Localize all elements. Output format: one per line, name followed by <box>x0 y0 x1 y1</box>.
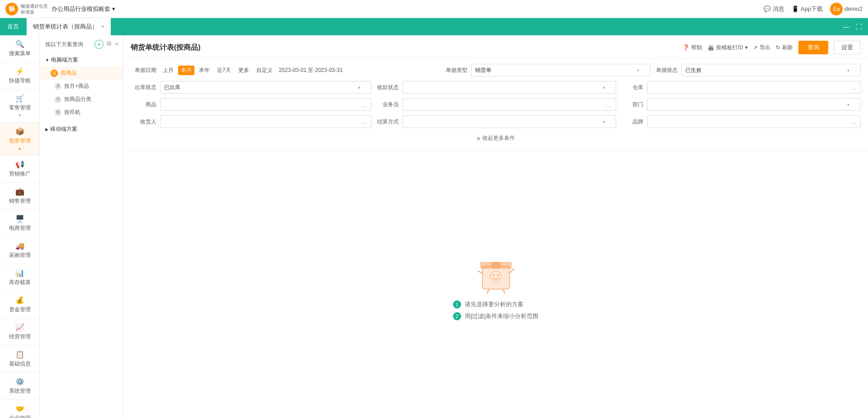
sidebar-item-sales[interactable]: 💼 销售管理 <box>0 183 39 210</box>
collapse-conditions-btn[interactable]: ∧ 收起更多条件 <box>131 132 861 145</box>
tab-active[interactable]: 销货单统计表（按商品） × <box>27 18 111 35</box>
doc-type-value: 销货单 <box>475 66 491 74</box>
custom-btn[interactable]: 自定义 <box>254 66 275 75</box>
sidebar-item-inventory[interactable]: 📊 库存核算 <box>0 264 39 291</box>
recent7-btn[interactable]: 近7天 <box>214 66 234 75</box>
date-range: 2023-03-01 至 2023-03-31 <box>279 66 343 74</box>
svg-line-7 <box>503 289 505 294</box>
app-selector[interactable]: 办公用品行业模拟账套 ▾ <box>52 5 115 13</box>
expand-icon2: ▲ <box>18 146 22 151</box>
sidebar-label-basic: 基础信息 <box>9 360 31 368</box>
help-btn[interactable]: ❓ 帮助 <box>683 44 702 52</box>
warehouse-input[interactable]: … <box>647 81 861 94</box>
doc-status-chevron: ▾ <box>847 68 849 73</box>
add-scheme-btn[interactable]: + <box>94 40 104 49</box>
minimize-icon[interactable]: — <box>841 21 852 32</box>
this-month-btn[interactable]: 本月 <box>178 66 194 75</box>
warehouse-ellipsis[interactable]: … <box>850 84 857 91</box>
sidebar-label-operations: 经营管理 <box>9 333 31 341</box>
query-btn[interactable]: 查询 <box>798 41 828 54</box>
brand-ellipsis[interactable]: … <box>850 118 857 125</box>
sidebar-label-retail: 零售管理 <box>9 104 31 112</box>
left-panel: 按以下方案查询 + ⚙ « ▼ 电脑端方案 按 按商品 月 按月 <box>40 35 123 418</box>
desktop-group-title[interactable]: ▼ 电脑端方案 <box>40 53 123 66</box>
goods-ellipsis[interactable]: … <box>361 101 368 108</box>
svg-line-8 <box>478 271 482 273</box>
filter-row-1: 单据日期 上月 本月 本年 近7天 更多 自定义 2023-03-01 至 20… <box>131 64 861 76</box>
avatar: Ea <box>830 3 843 15</box>
sidebar-label-finance: 资金管理 <box>9 306 31 314</box>
brand-input[interactable]: … <box>647 115 861 128</box>
scheme-item-driver[interactable]: 司 按司机 <box>40 106 123 119</box>
payment-select[interactable]: ▾ <box>402 81 616 94</box>
message-icon: 💬 <box>764 5 771 12</box>
salesman-ellipsis[interactable]: … <box>606 101 612 108</box>
user-profile[interactable]: Ea demo2 <box>830 3 863 15</box>
sidebar-item-purchase[interactable]: 🚚 采购管理 <box>0 237 39 264</box>
empty-step-2: 2 用[过滤]条件来缩小分析范围 <box>453 312 538 320</box>
svg-line-6 <box>487 289 489 294</box>
scheme-item-product[interactable]: 按 按商品 <box>40 66 123 80</box>
mobile-group-title[interactable]: ▶ 移动端方案 <box>40 123 123 136</box>
last-month-btn[interactable]: 上月 <box>160 66 176 75</box>
scheme-item-category[interactable]: 分 按商品分类 <box>40 93 123 106</box>
scheme-item-month-product[interactable]: 月 按月+商品 <box>40 80 123 93</box>
page-title: 销货单统计表(按商品) <box>131 43 201 52</box>
sidebar-item-ecommerce[interactable]: 🖥️ 电商管理 <box>0 210 39 237</box>
settings-btn[interactable]: 设置 <box>834 41 861 54</box>
dept-filter-group: 部门 ▾ <box>620 98 861 111</box>
chevron-down-icon: ▾ <box>112 5 115 12</box>
export-btn[interactable]: ↗ 导出 <box>753 44 770 52</box>
warehouse-label: 仓库 <box>620 84 647 91</box>
refresh-btn[interactable]: ↻ 刷新 <box>776 44 793 52</box>
sidebar-item-search[interactable]: 🔍 搜索菜单 <box>0 35 39 62</box>
page-header: 销货单统计表(按商品) ❓ 帮助 🖨️ 按模板打印 ▾ ↗ 导出 <box>123 35 868 58</box>
filter-row-4: 收货人 … 结算方式 ▾ 品牌 <box>131 115 861 128</box>
sidebar-item-basic[interactable]: 📋 基础信息 <box>0 346 39 373</box>
sidebar-item-wholesale[interactable]: 📦 批发管理 ▲ <box>0 123 39 156</box>
sidebar-item-shortcuts[interactable]: ⚡ 快捷导航 <box>0 62 39 90</box>
sidebar-item-marketing[interactable]: 📢 营销推广 <box>0 156 39 183</box>
tab-home[interactable]: 首页 <box>0 18 27 35</box>
sidebar-item-retail[interactable]: 🛒 零售管理 ▼ <box>0 90 39 123</box>
collapse-icon: ∧ <box>476 135 481 142</box>
maximize-icon[interactable]: ⛶ <box>854 21 864 32</box>
sidebar-item-enterprise[interactable]: 🤝 企业协同 <box>0 400 39 418</box>
message-btn[interactable]: 💬 消息 <box>764 5 784 13</box>
sidebar-item-operations[interactable]: 📈 经营管理 <box>0 318 39 346</box>
close-icon[interactable]: × <box>101 24 104 30</box>
collapse-panel-icon[interactable]: « <box>115 40 118 49</box>
print-chevron: ▾ <box>745 44 748 51</box>
marketing-icon: 📢 <box>15 160 24 169</box>
top-bar-right: 💬 消息 📱 App下载 Ea demo2 <box>764 3 863 15</box>
delivery-select[interactable]: 已出库 ▾ <box>160 81 372 94</box>
sidebar-item-finance[interactable]: 💰 资金管理 <box>0 291 39 318</box>
sidebar-item-system[interactable]: ⚙️ 系统管理 <box>0 373 39 400</box>
receiver-ellipsis[interactable]: … <box>361 118 368 125</box>
svg-line-9 <box>509 269 514 273</box>
receiver-input[interactable]: … <box>160 115 372 128</box>
print-btn[interactable]: 🖨️ 按模板打印 ▾ <box>708 44 748 52</box>
app-download-btn[interactable]: 📱 App下载 <box>792 5 823 13</box>
settings-scheme-icon[interactable]: ⚙ <box>106 40 112 49</box>
salesman-input[interactable]: … <box>402 98 616 111</box>
scheme-icon-product: 按 <box>51 70 58 77</box>
dept-select[interactable]: ▾ <box>647 98 861 111</box>
more-btn[interactable]: 更多 <box>236 66 252 75</box>
lightning-icon: ⚡ <box>15 67 24 76</box>
doc-type-select[interactable]: 销货单 ▾ <box>471 64 651 76</box>
sidebar-label-sales: 销售管理 <box>9 197 31 205</box>
doc-status-select[interactable]: 已生效 ▾ <box>681 64 861 76</box>
settlement-select[interactable]: ▾ <box>402 115 616 128</box>
salesman-label: 业务员 <box>375 101 402 109</box>
help-icon: ❓ <box>683 44 689 51</box>
sidebar-label-inventory: 库存核算 <box>9 279 31 286</box>
mobile-scheme-group: ▶ 移动端方案 <box>40 121 123 138</box>
this-year-btn[interactable]: 本年 <box>196 66 212 75</box>
receiver-label: 收货人 <box>131 118 160 126</box>
goods-input[interactable]: … <box>160 98 372 111</box>
print-label: 按模板打印 <box>716 44 743 52</box>
scheme-label-month: 按月+商品 <box>64 82 89 90</box>
system-icon: ⚙️ <box>15 377 24 386</box>
svg-point-5 <box>497 274 499 276</box>
